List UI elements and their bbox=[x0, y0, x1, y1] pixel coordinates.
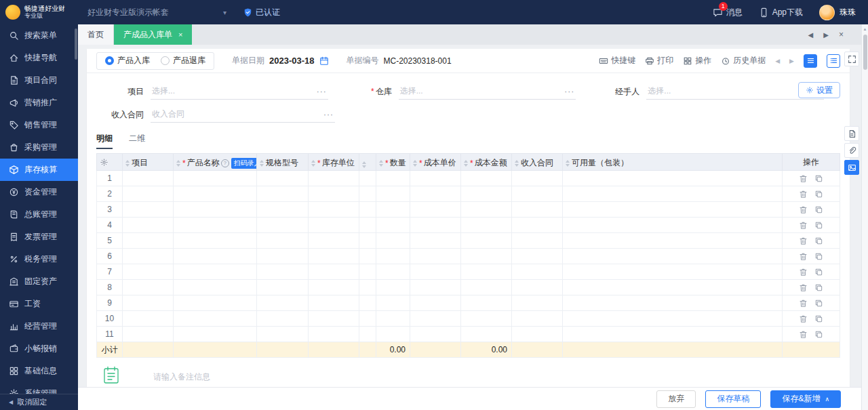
grid-cell[interactable] bbox=[410, 202, 461, 218]
grid-cell[interactable] bbox=[174, 311, 257, 327]
grid-cell[interactable] bbox=[376, 186, 410, 202]
scrollbar-thumb[interactable] bbox=[863, 35, 867, 70]
save-new-button[interactable]: 保存&新增 ∧ bbox=[770, 390, 841, 408]
copy-row-icon[interactable] bbox=[814, 283, 823, 292]
sidebar-item-ledger[interactable]: 总账管理 bbox=[0, 203, 78, 226]
income-contract-picker-icon[interactable]: ··· bbox=[323, 110, 334, 119]
sidebar-item-sales[interactable]: 销售管理 bbox=[0, 114, 78, 136]
grid-cell[interactable] bbox=[563, 280, 783, 295]
sort-icon[interactable] bbox=[176, 160, 180, 167]
sidebar-item-tax[interactable]: 税务管理 bbox=[0, 248, 78, 270]
bill-date-value[interactable]: 2023-03-18 bbox=[269, 56, 315, 66]
sort-icon[interactable] bbox=[464, 160, 468, 167]
grid-cell[interactable] bbox=[461, 264, 512, 280]
sidebar-item-purchase[interactable]: 采购管理 bbox=[0, 136, 78, 159]
grid-cell[interactable] bbox=[123, 295, 174, 311]
grid-cell[interactable] bbox=[461, 218, 512, 233]
copy-row-icon[interactable] bbox=[814, 330, 823, 339]
copy-row-icon[interactable] bbox=[814, 237, 823, 245]
grid-cell[interactable] bbox=[359, 264, 376, 280]
grid-cell[interactable] bbox=[257, 249, 309, 264]
grid-cell[interactable] bbox=[359, 218, 376, 233]
grid-cell[interactable] bbox=[376, 233, 410, 249]
grid-cell[interactable] bbox=[123, 233, 174, 249]
grid-cell[interactable] bbox=[410, 264, 461, 280]
project-input[interactable]: 选择... ··· bbox=[151, 83, 328, 100]
grid-cell[interactable] bbox=[376, 327, 410, 342]
shortcut-keys-button[interactable]: 快捷键 bbox=[599, 55, 635, 66]
grid-cell[interactable] bbox=[410, 249, 461, 264]
grid-cell[interactable] bbox=[410, 280, 461, 295]
remark-input[interactable]: 请输入备注信息 bbox=[153, 366, 840, 383]
grid-cell[interactable] bbox=[359, 202, 376, 218]
delete-row-icon[interactable] bbox=[799, 252, 808, 261]
delete-row-icon[interactable] bbox=[799, 174, 808, 183]
grid-cell[interactable] bbox=[410, 311, 461, 327]
col-header-0[interactable]: 项目 bbox=[123, 154, 174, 171]
copy-row-icon[interactable] bbox=[814, 299, 823, 308]
grid-cell[interactable] bbox=[410, 295, 461, 311]
grid-cell[interactable] bbox=[257, 311, 309, 327]
grid-cell[interactable] bbox=[174, 171, 257, 186]
grid-cell[interactable] bbox=[461, 327, 512, 342]
grid-cell[interactable] bbox=[123, 311, 174, 327]
col-header-5[interactable]: *数量 bbox=[376, 154, 410, 171]
sidebar-item-search[interactable]: 搜索菜单 bbox=[0, 24, 78, 47]
grid-cell[interactable] bbox=[512, 218, 563, 233]
grid-cell[interactable] bbox=[309, 186, 359, 202]
grid-cell[interactable] bbox=[512, 327, 563, 342]
grid-cell[interactable] bbox=[123, 171, 174, 186]
sidebar-item-invoice[interactable]: 发票管理 bbox=[0, 226, 78, 248]
grid-cell[interactable] bbox=[563, 295, 783, 311]
account-set-dropdown[interactable]: 好业财专业版演示帐套 ▾ bbox=[87, 7, 226, 18]
grid-cell[interactable] bbox=[512, 171, 563, 186]
scroll-up-icon[interactable]: ▲ bbox=[862, 24, 868, 31]
sort-icon[interactable] bbox=[566, 160, 570, 167]
grid-cell[interactable] bbox=[512, 295, 563, 311]
delete-row-icon[interactable] bbox=[799, 221, 808, 230]
delete-row-icon[interactable] bbox=[799, 190, 808, 199]
grid-cell[interactable] bbox=[359, 295, 376, 311]
sidebar-item-payroll[interactable]: 工资 bbox=[0, 293, 78, 315]
grid-cell[interactable] bbox=[309, 218, 359, 233]
related-doc-icon[interactable] bbox=[844, 126, 859, 141]
settings-button[interactable]: 设置 bbox=[798, 82, 840, 98]
sidebar-item-reimburse[interactable]: 小畅报销 bbox=[0, 337, 78, 360]
detail-view-toggle[interactable] bbox=[827, 54, 840, 68]
grid-cell[interactable] bbox=[512, 233, 563, 249]
col-header-3[interactable]: *库存单位 bbox=[309, 154, 359, 171]
col-header-4[interactable] bbox=[359, 154, 376, 171]
grid-cell[interactable] bbox=[174, 327, 257, 342]
grid-cell[interactable] bbox=[461, 249, 512, 264]
grid-cell[interactable] bbox=[512, 202, 563, 218]
grid-cell[interactable] bbox=[359, 186, 376, 202]
sort-icon[interactable] bbox=[125, 160, 130, 167]
grid-cell[interactable] bbox=[174, 295, 257, 311]
grid-cell[interactable] bbox=[563, 249, 783, 264]
print-button[interactable]: 打印 bbox=[645, 55, 673, 66]
col-header-2[interactable]: 规格型号 bbox=[257, 154, 309, 171]
grid-cell[interactable] bbox=[174, 218, 257, 233]
tab-2d[interactable]: 二维 bbox=[129, 133, 145, 149]
sidebar-item-funds[interactable]: 资金管理 bbox=[0, 181, 78, 203]
tab-close-icon[interactable]: × bbox=[178, 30, 182, 39]
grid-cell[interactable] bbox=[461, 186, 512, 202]
sidebar-item-info[interactable]: 基础信息 bbox=[0, 360, 78, 382]
grid-cell[interactable] bbox=[461, 171, 512, 186]
sort-icon[interactable] bbox=[311, 160, 315, 167]
sort-icon[interactable] bbox=[362, 161, 366, 168]
grid-cell[interactable] bbox=[376, 295, 410, 311]
col-header-1[interactable]: *产品名称?扫码录入 bbox=[174, 154, 257, 171]
delete-row-icon[interactable] bbox=[799, 299, 808, 308]
sort-icon[interactable] bbox=[379, 160, 383, 167]
grid-cell[interactable] bbox=[309, 327, 359, 342]
grid-cell[interactable] bbox=[123, 264, 174, 280]
warehouse-picker-icon[interactable]: ··· bbox=[564, 87, 574, 96]
grid-cell[interactable] bbox=[257, 186, 309, 202]
grid-cell[interactable] bbox=[309, 311, 359, 327]
unpin-button[interactable]: ◀ 取消固定 bbox=[0, 394, 78, 410]
image-attach-icon[interactable] bbox=[844, 160, 859, 175]
grid-cell[interactable] bbox=[461, 280, 512, 295]
grid-cell[interactable] bbox=[512, 264, 563, 280]
warehouse-input[interactable]: 选择... ··· bbox=[399, 83, 576, 100]
